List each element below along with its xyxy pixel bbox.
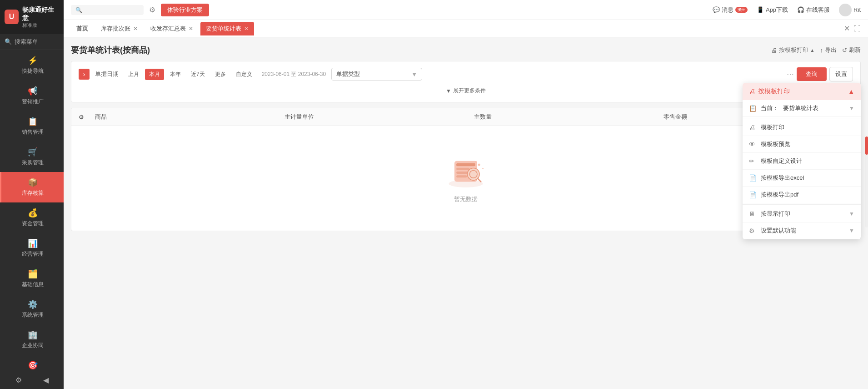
tab-batch[interactable]: 库存批次账 ✕ <box>95 22 143 35</box>
user-avatar-button[interactable]: Rit <box>839 4 861 16</box>
set-default-arrow-icon: ▼ <box>849 227 854 234</box>
close-window-icon[interactable]: ✕ <box>844 24 850 33</box>
tabbar: 首页 库存批次账 ✕ 收发存汇总表 ✕ 要货单统计表 ✕ ✕ ⛶ <box>64 20 868 37</box>
current-template-label: 当前： <box>761 104 778 112</box>
svg-point-9 <box>478 164 480 166</box>
collapse-icon[interactable]: ◀ <box>43 376 49 384</box>
date-more-btn[interactable]: 更多 <box>211 69 230 80</box>
sidebar-item-basic[interactable]: 🗂️ 基础信息 <box>0 263 64 294</box>
sidebar-item-marketing[interactable]: 📢 营销推广 <box>0 81 64 111</box>
search-label: 搜索菜单 <box>15 38 38 46</box>
download-icon: 📱 <box>757 6 764 13</box>
template-preview-item[interactable]: 👁 模板板预览 <box>743 136 861 153</box>
tab-receipt[interactable]: 收发存汇总表 ✕ <box>145 22 199 35</box>
export-excel-icon: 📄 <box>749 174 756 182</box>
sidebar-item-label: 采购管理 <box>22 159 44 167</box>
sidebar-item-inventory[interactable]: 📦 库存核算 <box>0 172 64 202</box>
sidebar: U 畅康通好生意 标准版 🔍 搜索菜单 ⚡ 快捷导航 📢 营销推广 📋 销售管理… <box>0 0 64 389</box>
sidebar-item-system[interactable]: ⚙️ 系统管理 <box>0 294 64 324</box>
enterprise-icon: 🏢 <box>28 330 38 340</box>
template-print-icon: 🖨 <box>749 124 756 131</box>
print-dropdown-icon: 🖨 <box>749 88 755 95</box>
divider-1 <box>743 118 861 118</box>
sidebar-nav: ⚡ 快捷导航 📢 营销推广 📋 销售管理 🛒 采购管理 📦 库存核算 💰 资金管… <box>0 50 64 371</box>
online-service-label: 在线客服 <box>806 6 830 14</box>
sidebar-item-guide[interactable]: 🎯 新手引导 <box>0 355 64 371</box>
export-button[interactable]: ↑ 导出 <box>820 46 837 54</box>
display-print-item[interactable]: 🖥 按显示打印 ▼ <box>743 206 861 222</box>
tab-home[interactable]: 首页 <box>71 22 94 35</box>
trial-button[interactable]: 体验行业方案 <box>161 4 209 16</box>
query-button[interactable]: 查询 <box>797 67 827 81</box>
filter-toggle-button[interactable]: › <box>79 69 90 80</box>
maximize-icon[interactable]: ⛶ <box>853 25 861 33</box>
tab-receipt-close-icon[interactable]: ✕ <box>189 25 193 32</box>
right-scrollbar-thumb <box>865 136 868 155</box>
page-actions: 🖨 按模板打印 ▲ ↑ 导出 ↺ 刷新 <box>771 46 861 54</box>
template-design-item[interactable]: ✏ 模板自定义设计 <box>743 153 861 170</box>
date-week7-btn[interactable]: 近7天 <box>187 69 209 80</box>
tab-order-stat[interactable]: 要货单统计表 ✕ <box>200 22 254 35</box>
topbar-search[interactable]: 🔍 <box>71 5 144 15</box>
settings-bottom-icon[interactable]: ⚙ <box>15 376 22 384</box>
template-print-item[interactable]: 🖨 模板打印 <box>743 119 861 136</box>
messages-button[interactable]: 💬 消息 99+ <box>713 6 748 14</box>
topbar-search-icon: 🔍 <box>75 7 82 13</box>
app-edition: 标准版 <box>22 22 59 28</box>
col-unit: 主计量单位 <box>284 113 474 121</box>
print-dropdown-title-text: 按模板打印 <box>758 87 790 96</box>
export-pdf-item[interactable]: 📄 按模板导出pdf <box>743 187 861 203</box>
settings-button[interactable]: 设置 <box>829 67 853 81</box>
filter-more-icon[interactable]: ⋯ <box>787 70 794 79</box>
refresh-label: 刷新 <box>849 46 861 54</box>
refresh-button[interactable]: ↺ 刷新 <box>842 46 861 54</box>
sidebar-item-finance[interactable]: 💰 资金管理 <box>0 202 64 233</box>
sidebar-item-purchase[interactable]: 🛒 采购管理 <box>0 141 64 172</box>
tab-home-label: 首页 <box>76 25 88 33</box>
template-preview-label: 模板板预览 <box>761 140 790 148</box>
marketing-icon: 📢 <box>28 86 38 96</box>
content-area: 要货单统计表(按商品) 🖨 按模板打印 ▲ ↑ 导出 ↺ 刷新 <box>64 37 868 389</box>
date-prev-btn[interactable]: 上月 <box>124 69 143 80</box>
right-scrollbar[interactable] <box>865 136 868 227</box>
message-badge: 99+ <box>735 7 748 13</box>
current-template-name: 要货单统计表 <box>783 104 818 112</box>
export-icon: ↑ <box>820 47 823 54</box>
col-settings[interactable]: ⚙ <box>79 114 95 121</box>
print-dropdown-title: 🖨 按模板打印 <box>749 87 790 96</box>
filter-right-group: ⋯ 查询 设置 <box>787 67 853 81</box>
date-range: 2023-06-01 至 2023-06-30 <box>262 71 326 78</box>
expand-label: 展开更多条件 <box>453 87 486 95</box>
logo-icon: U <box>5 10 19 24</box>
topbar-gear-icon[interactable]: ⚙ <box>149 5 155 14</box>
table-header: ⚙ 商品 主计量单位 主数量 零售金额 <box>71 108 860 126</box>
tab-window-controls: ✕ ⛶ <box>844 24 861 33</box>
sidebar-search[interactable]: 🔍 搜索菜单 <box>0 34 64 50</box>
date-year-btn[interactable]: 本年 <box>166 69 185 80</box>
set-default-item[interactable]: ⚙ 设置默认功能 ▼ <box>743 222 861 239</box>
page-header: 要货单统计表(按商品) 🖨 按模板打印 ▲ ↑ 导出 ↺ 刷新 <box>71 45 861 56</box>
export-excel-item[interactable]: 📄 按模板导出excel <box>743 170 861 187</box>
online-service-button[interactable]: 🎧 在线客服 <box>797 6 830 14</box>
export-excel-label: 按模板导出excel <box>761 174 804 182</box>
export-label: 导出 <box>825 46 837 54</box>
set-default-label: 设置默认功能 <box>761 227 796 235</box>
print-template-button[interactable]: 🖨 按模板打印 ▲ <box>771 46 815 54</box>
sidebar-item-label: 资金管理 <box>22 220 44 227</box>
print-dropdown-close-icon[interactable]: ▲ <box>848 88 854 95</box>
filter-expand-button[interactable]: ▼ 展开更多条件 <box>79 85 853 96</box>
export-pdf-icon: 📄 <box>749 191 756 198</box>
current-template-item[interactable]: 📋 当前： 要货单统计表 ▼ <box>743 100 861 117</box>
sidebar-item-shortcut[interactable]: ⚡ 快捷导航 <box>0 50 64 81</box>
sidebar-item-operations[interactable]: 📊 经营管理 <box>0 233 64 263</box>
date-custom-btn[interactable]: 自定义 <box>232 69 256 80</box>
sidebar-item-sales[interactable]: 📋 销售管理 <box>0 111 64 141</box>
date-curr-btn[interactable]: 本月 <box>145 69 164 80</box>
tab-batch-close-icon[interactable]: ✕ <box>133 25 138 32</box>
type-select[interactable]: 单据类型 ▼ <box>331 68 422 81</box>
guide-icon: 🎯 <box>28 360 38 370</box>
app-download-button[interactable]: 📱 App下载 <box>757 6 788 14</box>
sidebar-item-enterprise[interactable]: 🏢 企业协同 <box>0 324 64 355</box>
print-label: 按模板打印 <box>779 46 808 54</box>
tab-order-stat-close-icon[interactable]: ✕ <box>244 25 249 32</box>
